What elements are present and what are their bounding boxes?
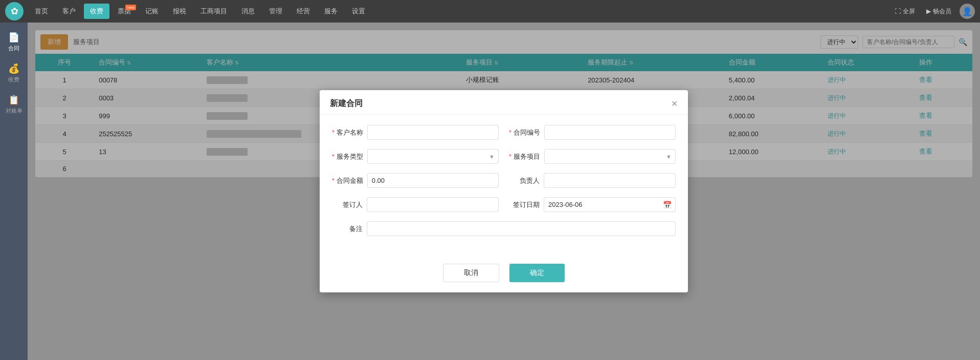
nav-item-bookkeeping[interactable]: 记账 — [139, 4, 165, 19]
form-row-3: 合同金额 负责人 — [332, 173, 676, 188]
service-type-label: 服务类型 — [332, 152, 363, 161]
modal-title: 新建合同 — [330, 98, 363, 109]
nav-item-operate[interactable]: 经营 — [291, 4, 316, 19]
amount-label: 合同金额 — [332, 176, 363, 185]
vip-button[interactable]: ▶ 畅会员 — [923, 6, 954, 17]
contract-no-label: 合同编号 — [509, 128, 540, 137]
sidebar-item-contract[interactable]: 📄 合同 — [0, 28, 28, 56]
fullscreen-icon: ⛶ — [895, 8, 901, 15]
logo: ✿ — [5, 2, 24, 20]
sidebar-item-statement[interactable]: 📋 对账单 — [0, 90, 28, 119]
form-group-responsible: 负责人 — [509, 173, 676, 188]
service-item-label: 服务项目 — [509, 152, 540, 161]
form-group-amount: 合同金额 — [332, 173, 499, 188]
modal-close-button[interactable]: ✕ — [671, 99, 678, 109]
contract-icon: 📄 — [8, 32, 19, 43]
top-nav: ✿ 首页 客户 收费 票据 new 记账 报税 工商项目 消息 管理 经营 服务… — [0, 0, 980, 23]
nav-item-client[interactable]: 客户 — [56, 4, 82, 19]
form-group-service-item: 服务项目 ▼ — [509, 149, 676, 164]
service-item-select[interactable] — [544, 149, 676, 164]
fullscreen-button[interactable]: ⛶ 全屏 — [892, 6, 918, 17]
signer-input[interactable] — [367, 197, 499, 212]
nav-item-fee[interactable]: 收费 — [84, 4, 109, 19]
sign-date-input[interactable] — [544, 197, 676, 212]
responsible-label: 负责人 — [509, 176, 540, 185]
new-badge: new — [125, 5, 136, 10]
avatar[interactable]: 👤 — [960, 4, 975, 19]
nav-right: ⛶ 全屏 ▶ 畅会员 👤 — [892, 4, 975, 19]
content-area: 新增 服务项目 进行中 已完成 已终止 🔍 序号 合同编 — [28, 23, 980, 360]
modal-overlay: 新建合同 ✕ 客户名称 合同编号 — [28, 23, 980, 360]
cancel-button[interactable]: 取消 — [443, 264, 499, 282]
amount-input[interactable] — [367, 173, 499, 188]
nav-item-manage[interactable]: 管理 — [263, 4, 288, 19]
vip-icon: ▶ — [926, 8, 931, 15]
form-group-contract-no: 合同编号 — [509, 125, 676, 140]
confirm-button[interactable]: 确定 — [509, 264, 565, 282]
service-item-select-wrap: ▼ — [544, 149, 676, 164]
nav-item-invoice[interactable]: 票据 new — [112, 4, 137, 19]
form-row-5: 备注 — [332, 221, 676, 236]
form-row-1: 客户名称 合同编号 — [332, 125, 676, 140]
statement-icon: 📋 — [8, 94, 19, 105]
responsible-input[interactable] — [544, 173, 676, 188]
sign-date-wrap: 📅 — [544, 197, 676, 212]
contract-no-input[interactable] — [544, 125, 676, 140]
main-layout: 📄 合同 💰 收费 📋 对账单 新增 服务项目 进行中 已完成 已终止 — [0, 23, 980, 360]
new-contract-modal: 新建合同 ✕ 客户名称 合同编号 — [320, 90, 688, 292]
service-type-select[interactable] — [367, 149, 499, 164]
nav-item-tax[interactable]: 报税 — [167, 4, 192, 19]
form-group-remark: 备注 — [332, 221, 676, 236]
modal-header: 新建合同 ✕ — [320, 90, 688, 115]
nav-item-settings[interactable]: 设置 — [346, 4, 371, 19]
form-row-2: 服务类型 ▼ 服务项目 ▼ — [332, 149, 676, 164]
nav-item-commerce[interactable]: 工商项目 — [194, 4, 233, 19]
form-group-sign-date: 签订日期 📅 — [509, 197, 676, 212]
form-group-client: 客户名称 — [332, 125, 499, 140]
service-type-select-wrap: ▼ — [367, 149, 499, 164]
modal-footer: 取消 确定 — [320, 256, 688, 292]
nav-item-message[interactable]: 消息 — [235, 4, 261, 19]
form-group-signer: 签订人 — [332, 197, 499, 212]
form-group-service-type: 服务类型 ▼ — [332, 149, 499, 164]
nav-items: 首页 客户 收费 票据 new 记账 报税 工商项目 消息 管理 经营 服务 设… — [29, 4, 892, 19]
signer-label: 签订人 — [332, 200, 363, 209]
left-sidebar: 📄 合同 💰 收费 📋 对账单 — [0, 23, 28, 360]
sign-date-label: 签订日期 — [509, 200, 540, 209]
client-name-label: 客户名称 — [332, 128, 363, 137]
nav-item-home[interactable]: 首页 — [29, 4, 54, 19]
sidebar-item-fee[interactable]: 💰 收费 — [0, 59, 28, 88]
modal-body: 客户名称 合同编号 服务类型 — [320, 115, 688, 256]
form-row-4: 签订人 签订日期 📅 — [332, 197, 676, 212]
remark-input[interactable] — [367, 221, 676, 236]
fee-icon: 💰 — [8, 63, 19, 74]
client-name-input[interactable] — [367, 125, 499, 140]
nav-item-service[interactable]: 服务 — [318, 4, 344, 19]
remark-label: 备注 — [332, 224, 363, 234]
